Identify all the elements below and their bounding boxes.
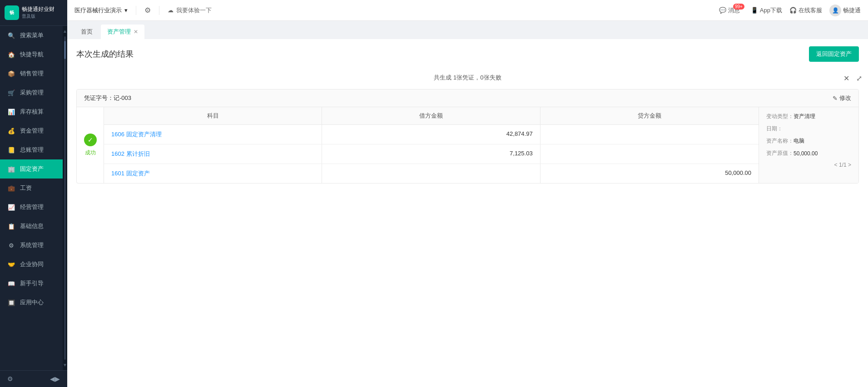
salary-icon: 💼 bbox=[7, 184, 15, 192]
sidebar-logo: 畅 畅捷通好业财 普及版 bbox=[0, 0, 67, 26]
change-type-value: 资产清理 bbox=[794, 113, 815, 120]
result-summary: 共生成 1张凭证，0张失败 bbox=[67, 66, 868, 89]
sidebar-item-salary[interactable]: 💼 工资 bbox=[0, 179, 63, 198]
sidebar-item-info[interactable]: 📋 基础信息 bbox=[0, 217, 63, 236]
sidebar-item-purchase[interactable]: 🛒 采购管理 bbox=[0, 83, 63, 102]
asset-tab-label: 资产管理 bbox=[107, 28, 131, 36]
sidebar-item-finance[interactable]: 💰 资金管理 bbox=[0, 121, 63, 140]
success-icon: ✓ bbox=[84, 134, 97, 146]
user-menu[interactable]: 👤 畅捷通 bbox=[829, 5, 861, 16]
return-button[interactable]: 返回固定资产 bbox=[809, 46, 859, 62]
phone-icon: 📱 bbox=[751, 7, 758, 14]
messages-badge: 99+ bbox=[733, 4, 744, 10]
col-credit: 贷方金额 bbox=[541, 107, 759, 124]
table-row: 1606 固定资产清理 42,874.97 bbox=[104, 125, 759, 144]
date-label: 日期： bbox=[766, 125, 794, 133]
system-icon: ⚙ bbox=[7, 241, 15, 249]
customer-service-button[interactable]: 🎧 在线客服 bbox=[789, 6, 822, 15]
cloud-icon: ☁ bbox=[168, 7, 174, 14]
settings-button[interactable]: ⚙ bbox=[144, 6, 151, 15]
date-row: 日期： bbox=[766, 125, 851, 133]
expand-panel-button[interactable]: ⤢ bbox=[853, 73, 864, 84]
sidebar-item-apps[interactable]: 🔲 应用中心 bbox=[0, 293, 63, 312]
sidebar-item-label: 企业协同 bbox=[20, 260, 44, 268]
messages-button[interactable]: 💬 消息 99+ bbox=[719, 6, 740, 15]
edit-label: 修改 bbox=[839, 94, 851, 102]
sidebar-item-label: 搜索菜单 bbox=[20, 31, 44, 40]
operation-icon: 📈 bbox=[7, 203, 15, 211]
status-column: ✓ 成功 bbox=[77, 107, 104, 183]
search-icon: 🔍 bbox=[7, 31, 15, 40]
debit-cell bbox=[322, 164, 540, 183]
content-area: ✕ ⤢ 本次生成的结果 返回固定资产 共生成 1张凭证，0张失败 凭证字号：记-… bbox=[67, 39, 868, 387]
sidebar-item-ledger[interactable]: 📒 总账管理 bbox=[0, 140, 63, 159]
close-panel-button[interactable]: ✕ bbox=[841, 73, 852, 84]
tab-home[interactable]: 首页 bbox=[74, 25, 99, 39]
purchase-icon: 🛒 bbox=[7, 89, 15, 97]
finance-icon: 💰 bbox=[7, 127, 15, 135]
credit-cell bbox=[541, 125, 759, 144]
inventory-icon: 📊 bbox=[7, 108, 15, 116]
table-row: 1602 累计折旧 7,125.03 bbox=[104, 144, 759, 164]
scroll-up-btn[interactable]: ▲ bbox=[62, 28, 67, 35]
debit-cell: 7,125.03 bbox=[322, 144, 540, 164]
apps-icon: 🔲 bbox=[7, 298, 15, 307]
sidebar-item-system[interactable]: ⚙ 系统管理 bbox=[0, 236, 63, 255]
change-type-label: 变动类型： bbox=[766, 113, 794, 120]
edit-button[interactable]: ✎ 修改 bbox=[833, 94, 851, 102]
scroll-down-btn[interactable]: ▼ bbox=[62, 362, 67, 368]
sidebar-item-sales[interactable]: 📦 销售管理 bbox=[0, 64, 63, 83]
logo-edition: 普及版 bbox=[22, 13, 55, 20]
credit-cell: 50,000.00 bbox=[541, 164, 759, 183]
sidebar-item-label: 基础信息 bbox=[20, 222, 44, 230]
change-type-row: 变动类型： 资产清理 bbox=[766, 113, 851, 120]
pagination: < 1/1 > bbox=[766, 162, 851, 168]
next-page-btn[interactable]: > bbox=[848, 162, 851, 168]
subject-cell[interactable]: 1601 固定资产 bbox=[104, 164, 322, 183]
logo-icon: 畅 bbox=[5, 5, 19, 20]
experience-label: 我要体验一下 bbox=[176, 6, 212, 15]
credit-cell bbox=[541, 144, 759, 164]
experience-button[interactable]: ☁ 我要体验一下 bbox=[168, 6, 212, 15]
sidebar-nav: 🔍 搜索菜单 🏠 快捷导航 📦 销售管理 🛒 采购管理 📊 库存核算 💰 资金管… bbox=[0, 26, 63, 370]
sidebar-item-asset[interactable]: 🏢 固定资产 bbox=[0, 159, 63, 179]
subject-cell[interactable]: 1606 固定资产清理 bbox=[104, 125, 322, 144]
sidebar-item-operation[interactable]: 📈 经营管理 bbox=[0, 198, 63, 217]
voucher-number: 凭证字号：记-003 bbox=[84, 94, 131, 102]
sidebar-item-collab[interactable]: 🤝 企业协同 bbox=[0, 255, 63, 274]
sidebar-scrollbar: ▲ ▼ bbox=[63, 26, 67, 370]
tab-close-button[interactable]: ✕ bbox=[134, 29, 138, 35]
prev-page-btn[interactable]: < bbox=[834, 162, 838, 168]
dropdown-icon: ▾ bbox=[124, 7, 128, 14]
tabbar: 首页 资产管理 ✕ bbox=[67, 21, 868, 39]
page-info: 1/1 bbox=[839, 162, 848, 168]
settings-icon[interactable]: ⚙ bbox=[7, 375, 13, 382]
company-name: 医疗器械行业演示 bbox=[74, 6, 122, 15]
voucher-section: 凭证字号：记-003 ✎ 修改 ✓ 成功 科目 借方金额 贷方金额 bbox=[76, 89, 859, 184]
company-selector[interactable]: 医疗器械行业演示 ▾ bbox=[74, 6, 128, 15]
home-tab-label: 首页 bbox=[81, 28, 93, 36]
sidebar-item-search[interactable]: 🔍 搜索菜单 bbox=[0, 26, 63, 45]
collapse-icon[interactable]: ◀▶ bbox=[50, 375, 60, 382]
sidebar-item-label: 总账管理 bbox=[20, 146, 44, 154]
sidebar-item-home[interactable]: 🏠 快捷导航 bbox=[0, 45, 63, 64]
sidebar-item-label: 固定资产 bbox=[20, 165, 44, 173]
voucher-table: 科目 借方金额 贷方金额 1606 固定资产清理 42,874.97 1602 … bbox=[104, 107, 759, 183]
asset-name-row: 资产名称： 电脑 bbox=[766, 137, 851, 145]
status-label: 成功 bbox=[85, 149, 96, 157]
debit-cell: 42,874.97 bbox=[322, 125, 540, 144]
tab-asset-management[interactable]: 资产管理 ✕ bbox=[101, 25, 144, 39]
sidebar-item-inventory[interactable]: 📊 库存核算 bbox=[0, 102, 63, 121]
voucher-body: ✓ 成功 科目 借方金额 贷方金额 1606 固定资产清理 42,874.97 … bbox=[77, 107, 858, 183]
sidebar-item-label: 系统管理 bbox=[20, 241, 44, 249]
col-subject: 科目 bbox=[104, 107, 322, 124]
sidebar-item-label: 采购管理 bbox=[20, 89, 44, 97]
subject-cell[interactable]: 1602 累计折旧 bbox=[104, 144, 322, 164]
home-icon: 🏠 bbox=[7, 50, 15, 59]
sidebar-item-guide[interactable]: 📖 新手引导 bbox=[0, 274, 63, 293]
page-header: 本次生成的结果 返回固定资产 bbox=[67, 39, 868, 66]
table-row: 1601 固定资产 50,000.00 bbox=[104, 164, 759, 183]
guide-icon: 📖 bbox=[7, 279, 15, 288]
app-download-button[interactable]: 📱 App下载 bbox=[751, 6, 782, 15]
sidebar-item-label: 快捷导航 bbox=[20, 50, 44, 59]
